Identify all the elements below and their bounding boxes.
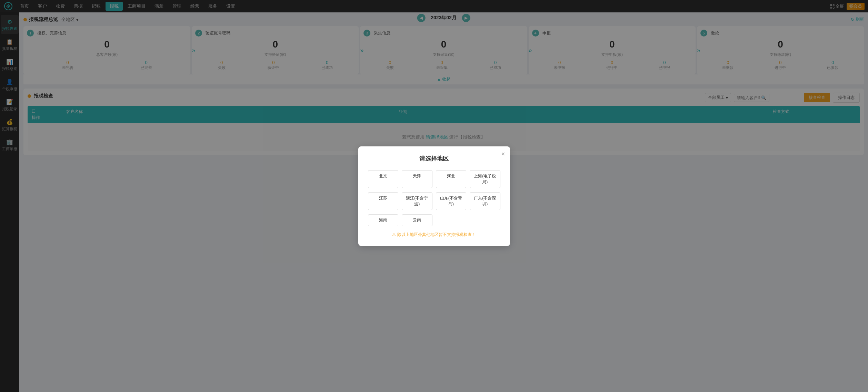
modal-close-btn[interactable]: × [501, 151, 505, 158]
region-tianjin[interactable]: 天津 [402, 170, 432, 188]
region-select-modal: × 请选择地区 北京 天津 河北 上海(电子税局) 江苏 浙江(不含宁波) 山东… [358, 146, 510, 246]
region-row-3: 海南 云南 [368, 214, 500, 226]
region-row-2: 江苏 浙江(不含宁波) 山东(不含青岛) 广东(不含深圳) [368, 192, 500, 210]
modal-warning: ⚠ 除以上地区外其他地区暂不支持报税检查！ [368, 232, 500, 238]
region-jiangsu[interactable]: 江苏 [368, 192, 399, 210]
region-beijing[interactable]: 北京 [368, 170, 399, 188]
region-row-1: 北京 天津 河北 上海(电子税局) [368, 170, 500, 188]
warning-text: 除以上地区外其他地区暂不支持报税检查！ [397, 232, 476, 238]
region-hebei[interactable]: 河北 [436, 170, 467, 188]
region-hainan[interactable]: 海南 [368, 214, 399, 226]
region-shanghai[interactable]: 上海(电子税局) [470, 170, 500, 188]
modal-overlay: × 请选择地区 北京 天津 河北 上海(电子税局) 江苏 浙江(不含宁波) 山东… [0, 0, 868, 392]
region-yunnan[interactable]: 云南 [402, 214, 432, 226]
region-zhejiang[interactable]: 浙江(不含宁波) [402, 192, 432, 210]
warning-icon: ⚠ [392, 232, 396, 237]
region-guangdong[interactable]: 广东(不含深圳) [470, 192, 500, 210]
region-shandong[interactable]: 山东(不含青岛) [436, 192, 467, 210]
modal-title: 请选择地区 [368, 155, 500, 163]
